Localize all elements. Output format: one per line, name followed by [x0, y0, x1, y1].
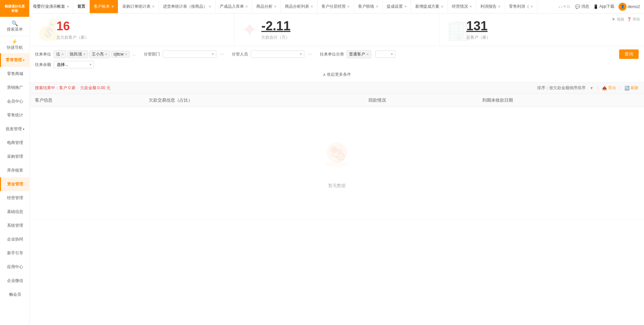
sidebar-item-system-mgmt[interactable]: 系统管理 — [0, 219, 29, 232]
unit-type-tag-close[interactable]: ✕ — [366, 52, 369, 56]
filter-label-unit: 往来单位 — [35, 51, 51, 57]
person-expand-icon[interactable]: ⋯ — [308, 52, 312, 57]
nav-tab-close-stock-in-summary[interactable]: ✕ — [209, 5, 211, 8]
sidebar-item-purchase-mgmt[interactable]: 采购管理 — [0, 150, 29, 164]
nav-tab-close-business-status[interactable]: ✕ — [469, 5, 472, 8]
nav-tab-stock-in-summary[interactable]: 进货单统计表（按商品）✕ — [159, 0, 216, 13]
sidebar-item-member-center[interactable]: 会员中心 — [0, 95, 29, 108]
stat-block-debt: ✦ -2.11 欠款合计（万） — [234, 13, 439, 46]
unit-type-tag-label: 普通客户 — [349, 51, 365, 57]
unit-type-select[interactable] — [375, 50, 395, 58]
filter-label-person: 分管人员 — [232, 51, 248, 57]
nav-tab-close-promotion-settings[interactable]: ✕ — [404, 5, 407, 8]
svg-point-0 — [327, 142, 347, 162]
sidebar-item-app-center[interactable]: 应用中心 — [0, 260, 29, 274]
app-logo[interactable]: 畅捷通好生意 标版 — [0, 0, 29, 17]
collapse-label: 收起更多条件 — [327, 72, 351, 77]
filter-label-balance: 往来余额 — [35, 62, 51, 68]
sidebar-item-marketing[interactable]: 营销推广 — [0, 81, 29, 95]
sidebar-item-business-mgmt[interactable]: 经营管理 — [0, 191, 29, 205]
unit-tag-label: 王小亮 — [92, 51, 104, 57]
sidebar-item-enterprise-collab[interactable]: 企业协同 — [0, 232, 29, 246]
nav-tab-close-customer-contact[interactable]: ✕ — [376, 5, 378, 8]
nav-tab-business-status[interactable]: 经营情况✕ — [448, 0, 476, 13]
message-icon: 💬 — [575, 4, 580, 9]
nav-tab-close-product-analysis[interactable]: ✕ — [274, 5, 276, 8]
nav-tab-customer-account[interactable]: 客户账本✕ — [90, 0, 118, 13]
unit-tag-close[interactable]: ✕ — [83, 52, 86, 56]
sidebar-item-wholesale-mgmt[interactable]: 批发管理 ▾ — [0, 122, 29, 136]
workspace-name: 母婴行业演示帐套 — [33, 4, 65, 9]
nav-tab-profit-report[interactable]: 利润报告✕ — [476, 0, 505, 13]
nav-prev-arrow[interactable]: ‹ — [559, 4, 560, 9]
user-profile[interactable]: 👤 demo2 — [618, 3, 640, 11]
nav-close-all[interactable]: ✕ — [563, 4, 566, 9]
nav-tab-close-retail-profit[interactable]: ✕ — [530, 5, 533, 8]
sort-chevron[interactable]: ▼ — [590, 86, 594, 91]
help-icon: ❓ — [627, 17, 632, 21]
nav-tab-new-promotion-plan[interactable]: 新增提成方案✕ — [411, 0, 448, 13]
nav-tab-close-purchase-order-summary[interactable]: ✕ — [152, 5, 155, 8]
dept-select-wrap — [163, 50, 216, 58]
message-btn[interactable]: 💬 消息 — [575, 4, 589, 9]
sidebar-item-enterprise-wechat[interactable]: 企业微信 — [0, 274, 29, 288]
sidebar-item-capital-mgmt[interactable]: 资金管理 — [0, 177, 29, 191]
nav-tab-close-new-promotion-plan[interactable]: ✕ — [441, 5, 443, 8]
nav-tab-promotion-settings[interactable]: 提成设置✕ — [383, 0, 411, 13]
nav-tab-close-customer-tier[interactable]: ✕ — [347, 5, 350, 8]
unit-tag-close[interactable]: ✕ — [105, 52, 108, 56]
sidebar-item-retail-stats[interactable]: 零售统计 — [0, 108, 29, 122]
nav-tab-close-customer-account[interactable]: ✕ — [111, 5, 114, 8]
sidebar-item-member-vip[interactable]: 畅会员 — [0, 288, 29, 301]
nav-tab-customer-contact[interactable]: 客户联络✕ — [354, 0, 383, 13]
stat-help: ▶ 视频 ❓ 帮助 — [612, 17, 640, 22]
sidebar-quick-nav[interactable]: ⚡ 快捷导航 — [0, 36, 29, 53]
unit-type-tag: 普通客户 ✕ — [347, 50, 371, 58]
table-header-repayment: 回款情况 — [363, 94, 477, 107]
sidebar-item-retail-mgmt[interactable]: 零售管理 ▾ — [0, 53, 29, 67]
workspace-selector[interactable]: 母婴行业演示帐套 ▼ — [30, 0, 73, 13]
nav-tab-product-analysis-list[interactable]: 商品分析列表✕ — [281, 0, 317, 13]
collapse-btn[interactable]: ∧ 收起更多条件 — [323, 72, 351, 77]
unit-tag-close[interactable]: ✕ — [125, 52, 127, 56]
nav-tab-close-product-in[interactable]: ✕ — [245, 5, 248, 8]
table-container: 客户信息欠款交易信息（占比）回款情况到期未收款日期 — [30, 94, 644, 325]
export-icon: 📤 — [602, 86, 607, 91]
nav-tab-product-analysis[interactable]: 商品分析✕ — [252, 0, 281, 13]
sidebar-item-new-guide[interactable]: 新手引导 — [0, 246, 29, 260]
dept-select[interactable] — [163, 50, 216, 58]
nav-tab-close-product-analysis-list[interactable]: ✕ — [310, 5, 313, 8]
refresh-btn[interactable]: 🔄 刷新 — [625, 85, 639, 91]
sort-label: 排序：按欠款金额倒序排序 — [537, 85, 586, 91]
sidebar-item-basic-info[interactable]: 基础信息 — [0, 205, 29, 219]
help-video-btn[interactable]: ▶ 视频 — [612, 17, 624, 22]
filter-more-btn[interactable]: ... — [132, 52, 136, 57]
unit-tag: cjttcw ✕ — [111, 51, 130, 58]
nav-tab-purchase-order-summary[interactable]: 采购订单统计表✕ — [118, 0, 159, 13]
export-label: 导出 — [608, 85, 616, 91]
sidebar-item-retail-mall[interactable]: 零售商城 — [0, 67, 29, 81]
nav-tab-product-in[interactable]: 产成品入库单✕ — [216, 0, 252, 13]
app-download-btn[interactable]: 📱 App下载 — [593, 4, 614, 9]
balance-select[interactable]: 选择... — [54, 61, 94, 68]
unit-tag-close[interactable]: ✕ — [61, 52, 64, 56]
nav-next-arrow[interactable]: › — [561, 4, 562, 9]
query-button[interactable]: 查询 — [619, 49, 639, 59]
dept-expand-icon[interactable]: ⋯ — [220, 52, 224, 57]
empty-text: 暂无数据 — [328, 183, 346, 189]
nav-tab-close-profit-report[interactable]: ✕ — [498, 5, 501, 8]
nav-tab-retail-profit[interactable]: 零售利润（✕ — [505, 0, 538, 13]
table-header-debt-info: 欠款交易信息（占比） — [143, 94, 363, 107]
sidebar-search[interactable]: 🔍 搜索菜单 — [0, 17, 29, 36]
export-btn[interactable]: 📤 导出 — [602, 85, 616, 91]
nav-tab-customer-tier[interactable]: 客户分层经营✕ — [317, 0, 354, 13]
sidebar-item-inventory-check[interactable]: 库存核算 — [0, 164, 29, 177]
nav-expand[interactable]: ⊡ — [567, 4, 570, 9]
nav-tab-home[interactable]: 首页 — [73, 0, 90, 13]
sidebar-item-ecommerce-mgmt[interactable]: 电商管理 — [0, 136, 29, 150]
help-doc-btn[interactable]: ❓ 帮助 — [627, 17, 640, 22]
svg-point-1 — [325, 161, 349, 167]
result-info: 搜索结果中：客户 0 家 欠款金额 0.00 元 排序：按欠款金额倒序排序 ▼ … — [30, 82, 644, 94]
sidebar: 畅捷通好生意 标版 🔍 搜索菜单 ⚡ 快捷导航 零售管理 ▾零售商城营销推广会员… — [0, 0, 30, 325]
person-select[interactable] — [251, 50, 304, 58]
